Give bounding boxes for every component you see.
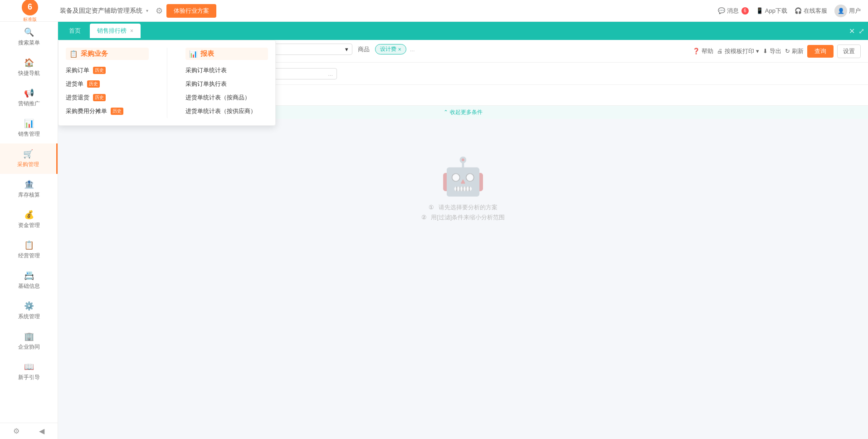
sidebar-item-finance[interactable]: 💰 资金管理 [0,204,58,235]
print-arrow: ▾ [756,48,759,54]
goods-label: 商品 [358,45,370,54]
sidebar-item-basic[interactable]: 📇 基础信息 [0,265,58,296]
purchase-order-stat-label: 采购订单统计表 [185,66,227,74]
menu-item-receipt-stat-supplier[interactable]: 进货单统计表（按供应商） [185,104,268,118]
menu-item-purchase-order-exec[interactable]: 采购订单执行表 [185,77,268,91]
purchase-dropdown-menu: 📋 采购业务 采购订单 历史 进货单 历史 进货退货 [58,40,276,126]
help-btn[interactable]: ❓ 帮助 [692,47,713,55]
message-item[interactable]: 💬 消息 6 [718,7,749,15]
print-label: 按模板打印 [725,47,754,55]
operations-icon: 📋 [24,240,34,250]
return-badge: 历史 [93,94,106,101]
sidebar-label-enterprise: 企业协同 [18,343,40,351]
enterprise-icon: 🏢 [24,331,34,341]
mobile-icon: 📱 [756,7,763,14]
online-service-label: 在线客服 [804,7,827,15]
tab-fullscreen-icon[interactable]: ⤢ [858,27,864,35]
expense-badge: 历史 [111,108,123,115]
empty-hint1: ① 请先选择要分析的方案 [429,203,497,212]
settings-btn[interactable]: 设置 [837,44,861,58]
purchase-order-exec-label: 采购订单执行表 [185,80,227,88]
menu-item-purchase-order-stat[interactable]: 采购订单统计表 [185,64,268,77]
settings-icon[interactable]: ⚙ [156,6,163,16]
menu-item-expense[interactable]: 采购费用分摊单 历史 [66,104,149,118]
goods-more-icon[interactable]: ... [410,46,415,53]
home-icon: 🏠 [24,58,34,68]
user-avatar: 👤 [834,5,847,17]
goods-tag: 设计费 × [375,44,406,54]
refresh-btn[interactable]: ↻ 刷新 [785,47,804,55]
filter-actions: ❓ 帮助 🖨 按模板打印 ▾ ⬇ 导出 ↻ [692,44,861,58]
sidebar-settings-icon[interactable]: ⚙ [13,427,20,435]
system-dropdown-icon[interactable]: ▾ [146,8,148,13]
sidebar-item-system[interactable]: ⚙️ 系统管理 [0,296,58,326]
purchase-section-title: 📋 采购业务 [66,48,149,60]
export-btn[interactable]: ⬇ 导出 [763,47,781,55]
goods-filter: 设计费 × ... [375,44,415,54]
receipt-stat-goods-label: 进货单统计表（按商品） [185,94,250,102]
app-container: 6 标准版 装备及固定资产辅助管理系统 ▾ ⚙ 体验行业方案 💬 消息 6 📱 … [0,0,868,439]
print-btn[interactable]: 🖨 按模板打印 ▾ [717,47,759,55]
user-item[interactable]: 👤 用户 [834,5,861,17]
empty-illustration: 🤖 [440,155,486,198]
menu-item-purchase-order-label: 采购订单 [66,66,89,74]
sidebar-item-sales[interactable]: 📊 销售管理 [0,113,58,143]
print-icon: 🖨 [717,48,723,54]
doc-status-arrow: ▾ [345,46,348,53]
tab-close-icon[interactable]: × [130,28,133,34]
app-download-item[interactable]: 📱 App下载 [756,7,787,15]
sidebar-label-marketing: 营销推广 [18,100,40,108]
tab-home[interactable]: 首页 [62,24,88,38]
sales-icon: 📊 [24,118,34,128]
search-icon: 🔍 [24,27,34,37]
sidebar-label-system: 系统管理 [18,313,40,321]
logo-icon: 6 [22,0,38,15]
sidebar-label-guide: 新手引导 [18,374,40,381]
guide-icon: 📖 [24,362,34,372]
menu-item-purchase-order[interactable]: 采购订单 历史 [66,64,149,77]
receipt-stat-supplier-label: 进货单统计表（按供应商） [185,107,256,115]
report-menu-section: 📊 报表 采购订单统计表 采购订单执行表 进货单统计表（按商品） [185,48,268,118]
online-service-item[interactable]: 🎧 在线客服 [795,7,827,15]
message-icon: 💬 [718,7,725,14]
purchase-section-icon: 📋 [69,50,78,58]
menu-item-receipt-stat-goods[interactable]: 进货单统计表（按商品） [185,91,268,104]
tab-home-label: 首页 [69,27,81,35]
goods-tag-close-icon[interactable]: × [398,46,401,53]
salesperson-more-icon[interactable]: ... [328,70,333,77]
menu-item-return[interactable]: 进货退货 历史 [66,91,149,104]
purchase-menu-section: 📋 采购业务 采购订单 历史 进货单 历史 进货退货 [66,48,149,118]
sidebar-bottom: ⚙ ◀ [0,423,58,439]
top-bar-left: 6 标准版 装备及固定资产辅助管理系统 ▾ ⚙ 体验行业方案 [7,0,216,23]
menu-item-return-label: 进货退货 [66,94,89,102]
sidebar-item-search[interactable]: 🔍 搜索菜单 [0,22,58,52]
logo-area: 6 标准版 [7,0,53,23]
tab-sales-rank-label: 销售排行榜 [97,27,127,35]
purchase-order-badge: 历史 [93,67,106,74]
empty-state: 🤖 ① 请先选择要分析的方案 ② 用[过滤]条件来缩小分析范围 [58,119,868,260]
sidebar-item-purchase[interactable]: 🛒 采购管理 [0,143,58,174]
system-name: 装备及固定资产辅助管理系统 [60,7,142,15]
tab-sales-rank[interactable]: 销售排行榜 × [90,24,141,38]
sidebar-item-inventory[interactable]: 🏦 库存核算 [0,174,58,204]
content-area: 首页 销售排行榜 × ✕ ⤢ 日期 近7天 [58,22,868,439]
sidebar-item-quick-nav[interactable]: 🏠 快捷导航 [0,52,58,83]
query-btn[interactable]: 查询 [807,45,834,58]
menu-item-receipt-label: 进货单 [66,80,83,88]
tab-close-window-icon[interactable]: ✕ [849,27,855,35]
industry-btn[interactable]: 体验行业方案 [166,4,216,18]
basic-icon: 📇 [24,271,34,281]
finance-icon: 💰 [24,210,34,220]
sidebar-item-marketing[interactable]: 📢 营销推广 [0,83,58,113]
sidebar-item-guide[interactable]: 📖 新手引导 [0,356,58,387]
headset-icon: 🎧 [795,7,802,14]
sidebar-item-operations[interactable]: 📋 经营管理 [0,235,58,265]
sidebar-label-sales: 销售管理 [18,130,40,138]
refresh-label: 刷新 [792,47,804,55]
report-section-label: 报表 [200,49,214,58]
user-label: 用户 [849,7,861,15]
sidebar-item-enterprise[interactable]: 🏢 企业协同 [0,326,58,356]
top-bar-right: 💬 消息 6 📱 App下载 🎧 在线客服 👤 用户 [718,5,861,17]
sidebar-collapse-icon[interactable]: ◀ [39,427,44,435]
menu-item-receipt[interactable]: 进货单 历史 [66,77,149,91]
